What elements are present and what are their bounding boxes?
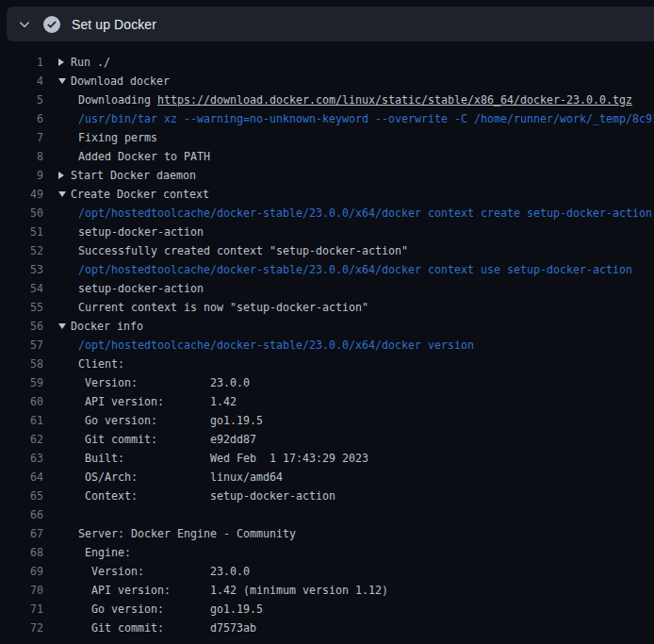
line-number[interactable]: 69 [0, 562, 43, 581]
log-line: 5Downloading https://download.docker.com… [0, 91, 654, 109]
group-toggle[interactable]: Download docker [58, 72, 170, 91]
line-number[interactable]: 57 [0, 336, 43, 355]
log-line: 71 Go version: go1.19.5 [0, 600, 654, 619]
group-toggle[interactable]: Run ./ [58, 53, 110, 72]
line-number[interactable]: 61 [0, 411, 43, 430]
log-line: 63 Built: Wed Feb 1 17:43:29 2023 [0, 449, 654, 468]
log-line: 66 [0, 505, 654, 524]
log-line: 52Successfully created context "setup-do… [0, 241, 654, 260]
group-toggle[interactable]: Create Docker context [58, 185, 209, 204]
log-line: 57/opt/hostedtoolcache/docker-stable/23.… [0, 336, 654, 355]
log-line: 64 OS/Arch: linux/amd64 [0, 468, 654, 487]
log-line: 8Added Docker to PATH [0, 147, 654, 166]
log-line: 50/opt/hostedtoolcache/docker-stable/23.… [0, 204, 654, 223]
line-number[interactable]: 63 [0, 449, 43, 468]
log-text: Added Docker to PATH [78, 147, 210, 166]
line-number[interactable]: 71 [0, 600, 43, 619]
group-title: Create Docker context [71, 188, 209, 201]
log-line: 49Create Docker context [0, 185, 654, 204]
log-text: Version: 23.0.0 [78, 562, 250, 581]
log-text: Git commit: d7573ab [78, 619, 256, 637]
group-title: Start Docker daemon [71, 169, 196, 182]
log-text: Server: Docker Engine - Community [78, 524, 296, 543]
log-line: 61 Go version: go1.19.5 [0, 411, 654, 430]
line-number[interactable]: 72 [0, 619, 43, 637]
log-line: 59 Version: 23.0.0 [0, 373, 654, 392]
log-text: API version: 1.42 [78, 392, 237, 411]
line-number[interactable]: 58 [0, 355, 43, 373]
log-lines: 1Run ./4Download docker5Downloading http… [0, 53, 654, 637]
log-line: 60 API version: 1.42 [0, 392, 654, 411]
line-number[interactable]: 70 [0, 581, 43, 600]
log-line: 54setup-docker-action [0, 279, 654, 298]
log-text: setup-docker-action [78, 223, 204, 241]
line-number[interactable]: 55 [0, 298, 43, 317]
line-number[interactable]: 60 [0, 392, 43, 411]
line-number[interactable]: 66 [0, 505, 43, 524]
line-number[interactable]: 65 [0, 487, 43, 505]
log-text: Go version: go1.19.5 [78, 600, 263, 619]
line-number[interactable]: 68 [0, 543, 43, 562]
log-line: 51setup-docker-action [0, 223, 654, 241]
command-text: /opt/hostedtoolcache/docker-stable/23.0.… [78, 204, 652, 223]
log-text: API version: 1.42 (minimum version 1.12) [78, 581, 388, 600]
log-link[interactable]: https://download.docker.com/linux/static… [157, 93, 632, 107]
log-line: 56Docker info [0, 317, 654, 336]
line-number[interactable]: 67 [0, 524, 43, 543]
line-number[interactable]: 50 [0, 204, 43, 223]
check-circle-icon [43, 16, 60, 33]
chevron-right-icon [58, 58, 64, 66]
chevron-right-icon [58, 172, 64, 179]
log-line: 62 Git commit: e92dd87 [0, 430, 654, 449]
log-text: setup-docker-action [78, 279, 204, 298]
line-number[interactable]: 7 [0, 128, 43, 147]
line-number[interactable]: 5 [0, 91, 43, 109]
log-text: Context: setup-docker-action [78, 487, 335, 505]
group-toggle[interactable]: Docker info [58, 317, 143, 336]
command-text: /usr/bin/tar xz --warning=no-unknown-key… [78, 109, 654, 128]
log-line: 65 Context: setup-docker-action [0, 487, 654, 505]
log-line: 58Client: [0, 355, 654, 373]
line-number[interactable]: 64 [0, 468, 43, 487]
log-text: Engine: [78, 543, 131, 562]
log-text: OS/Arch: linux/amd64 [78, 468, 283, 487]
log-text: Downloading [78, 93, 157, 107]
log-text: Client: [78, 355, 124, 373]
log-text: Go version: go1.19.5 [78, 411, 263, 430]
line-number[interactable]: 49 [0, 185, 43, 204]
step-header[interactable]: Set up Docker [7, 7, 654, 41]
log-text: Git commit: e92dd87 [78, 430, 256, 449]
group-toggle[interactable]: Start Docker daemon [58, 166, 196, 185]
line-number[interactable]: 56 [0, 317, 43, 336]
chevron-down-icon [58, 191, 66, 197]
log-text: Version: 23.0.0 [78, 373, 250, 392]
line-number[interactable]: 51 [0, 223, 43, 241]
line-number[interactable]: 59 [0, 373, 43, 392]
log-text: Built: Wed Feb 1 17:43:29 2023 [78, 449, 368, 468]
chevron-down-icon [58, 78, 66, 84]
line-number[interactable]: 9 [0, 166, 43, 185]
line-number[interactable]: 6 [0, 109, 43, 128]
group-title: Download docker [71, 74, 170, 88]
line-number[interactable]: 62 [0, 430, 43, 449]
log-text: Downloading https://download.docker.com/… [78, 91, 632, 109]
log-line: 67Server: Docker Engine - Community [0, 524, 654, 543]
log-line: 6/usr/bin/tar xz --warning=no-unknown-ke… [0, 109, 654, 128]
line-number[interactable]: 1 [0, 53, 43, 72]
log-line: 9Start Docker daemon [0, 166, 654, 185]
line-number[interactable]: 4 [0, 72, 43, 91]
command-text: /opt/hostedtoolcache/docker-stable/23.0.… [78, 336, 474, 355]
log-line: 69 Version: 23.0.0 [0, 562, 654, 581]
line-number[interactable]: 54 [0, 279, 43, 298]
line-number[interactable]: 8 [0, 147, 43, 166]
chevron-down-icon[interactable] [17, 17, 32, 32]
group-title: Run ./ [71, 56, 110, 69]
group-title: Docker info [71, 320, 143, 333]
log-line: 70 API version: 1.42 (minimum version 1.… [0, 581, 654, 600]
log-line: 4Download docker [0, 72, 654, 91]
log-line: 55Current context is now "setup-docker-a… [0, 298, 654, 317]
line-number[interactable]: 52 [0, 241, 43, 260]
line-number[interactable]: 53 [0, 260, 43, 279]
log-line: 7Fixing perms [0, 128, 654, 147]
log-text: Current context is now "setup-docker-act… [78, 298, 368, 317]
